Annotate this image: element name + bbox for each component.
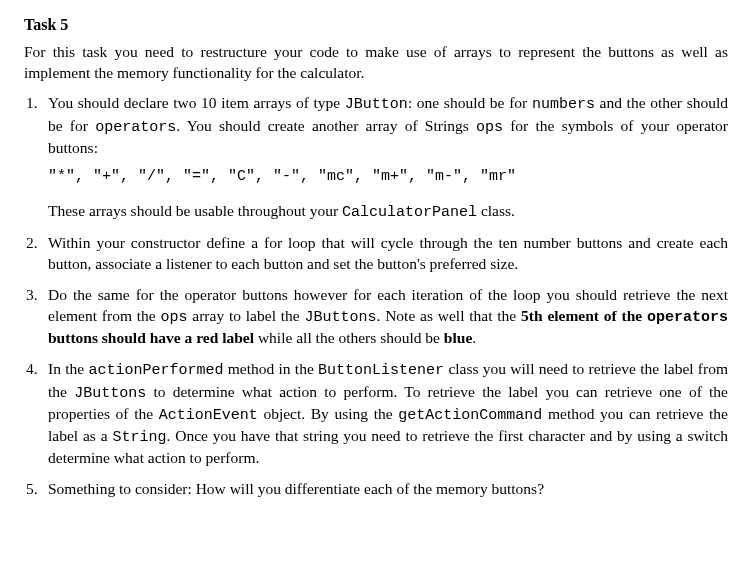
list-item-2: Within your constructor define a for loo… bbox=[48, 233, 728, 275]
text: while all the others should be bbox=[254, 329, 444, 346]
text: . bbox=[472, 329, 476, 346]
list-item-5: Something to consider: How will you diff… bbox=[48, 479, 728, 500]
code-actionperformed: actionPerformed bbox=[88, 362, 223, 379]
text: In the bbox=[48, 360, 88, 377]
code-ops: ops bbox=[476, 119, 503, 136]
code-numbers: numbers bbox=[532, 96, 595, 113]
task-list: You should declare two 10 item arrays of… bbox=[24, 93, 728, 500]
code-jbutton: JButton bbox=[345, 96, 408, 113]
intro-paragraph: For this task you need to restructure yo… bbox=[24, 42, 728, 84]
text: These arrays should be usable throughout… bbox=[48, 202, 342, 219]
text: . Note as well that the bbox=[376, 307, 521, 324]
text: : one should be for bbox=[408, 94, 532, 111]
bold-blue: blue bbox=[444, 329, 472, 346]
list-item-1: You should declare two 10 item arrays of… bbox=[48, 93, 728, 223]
code-actionevent: ActionEvent bbox=[159, 407, 258, 424]
text: method in the bbox=[223, 360, 318, 377]
text: These arrays should be usable throughout… bbox=[48, 201, 728, 223]
document-page: Task 5 For this task you need to restruc… bbox=[0, 0, 752, 564]
text: class. bbox=[477, 202, 515, 219]
code-ops: ops bbox=[161, 309, 188, 326]
task-heading: Task 5 bbox=[24, 14, 728, 36]
code-operators: operators bbox=[95, 119, 176, 136]
text: You should declare two 10 item arrays of… bbox=[48, 94, 345, 111]
list-item-3: Do the same for the operator buttons how… bbox=[48, 285, 728, 349]
code-string: String bbox=[112, 429, 166, 446]
text: . You should create another array of Str… bbox=[176, 117, 476, 134]
text: object. By using the bbox=[258, 405, 399, 422]
code-buttonlistener: ButtonListener bbox=[318, 362, 444, 379]
list-item-4: In the actionPerformed method in the But… bbox=[48, 359, 728, 469]
code-jbuttons: JButtons bbox=[304, 309, 376, 326]
code-getactioncommand: getActionCommand bbox=[398, 407, 542, 424]
ops-string-literal: "*", "+", "/", "=", "C", "-", "mc", "m+"… bbox=[48, 167, 728, 187]
code-calculatorpanel: CalculatorPanel bbox=[342, 204, 477, 221]
code-jbuttons: JButtons bbox=[74, 385, 146, 402]
text: array to label the bbox=[188, 307, 305, 324]
